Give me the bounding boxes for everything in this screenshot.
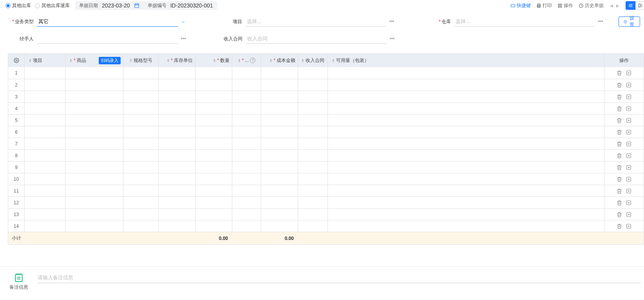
scan-entry-button[interactable]: 扫码录入 <box>99 57 121 64</box>
delete-row-icon[interactable] <box>617 211 622 217</box>
sort-icon: ▲▼ <box>69 58 72 62</box>
table-row[interactable]: 13 <box>8 208 644 220</box>
radio-other-outbound-return[interactable]: 其他出库退库 <box>35 2 70 9</box>
add-row-icon[interactable] <box>626 117 631 123</box>
table-row[interactable]: 4 <box>8 102 644 114</box>
svg-rect-12 <box>561 4 562 5</box>
remark-input[interactable] <box>38 272 641 283</box>
add-row-icon[interactable] <box>626 82 631 88</box>
delete-row-icon[interactable] <box>617 117 622 123</box>
help-icon[interactable]: ? <box>250 58 255 63</box>
header-gear[interactable] <box>8 54 25 67</box>
table-row[interactable]: 7 <box>8 138 644 149</box>
field-warehouse: *仓库 ••• <box>426 16 603 27</box>
table-row[interactable]: 12 <box>8 196 644 208</box>
table-row[interactable]: 3 <box>8 91 644 102</box>
header-avail[interactable]: ▲▼ 可用量（包装） <box>328 54 604 67</box>
row-number: 9 <box>8 162 25 173</box>
delete-row-icon[interactable] <box>617 164 622 170</box>
add-row-icon[interactable] <box>626 211 631 217</box>
row-number: 13 <box>8 209 25 220</box>
header-qty[interactable]: ▲▼ *数量 <box>195 54 232 67</box>
chevron-down-icon[interactable] <box>181 19 186 24</box>
header-unit[interactable]: ▲▼ *库存单位 <box>159 54 195 67</box>
header-star[interactable]: ▲▼ *... ? <box>232 54 261 67</box>
view-card-icon[interactable] <box>635 1 644 10</box>
handler-input[interactable] <box>37 34 178 44</box>
shortcut-button[interactable]: 快捷键 <box>510 2 531 9</box>
add-row-icon[interactable] <box>626 94 631 100</box>
sort-icon: ▲▼ <box>301 58 304 62</box>
history-button[interactable]: 历史单据 <box>579 2 604 9</box>
row-number: 7 <box>8 138 25 149</box>
add-row-icon[interactable] <box>626 105 631 111</box>
delete-row-icon[interactable] <box>617 200 622 205</box>
sort-icon: ▲▼ <box>238 58 241 62</box>
table-row[interactable]: 11 <box>8 185 644 196</box>
header-product[interactable]: ▲▼ *商品 扫码录入 <box>65 54 123 67</box>
add-row-icon[interactable] <box>626 164 631 170</box>
table-header: ▲▼ 项目 ▲▼ *商品 扫码录入 ▲▼ 规格型号 ▲▼ <box>8 54 644 67</box>
settings-button[interactable]: 设置 <box>619 16 640 27</box>
header-income[interactable]: ▲▼ 收入合同 <box>298 54 328 67</box>
field-biz-type: *业务类型 <box>9 16 186 27</box>
calendar-icon[interactable] <box>134 3 139 9</box>
delete-row-icon[interactable] <box>617 176 622 182</box>
table-row[interactable]: 14 <box>8 220 644 232</box>
view-list-icon[interactable] <box>626 1 636 10</box>
header-spec[interactable]: ▲▼ 规格型号 <box>123 54 159 67</box>
delete-row-icon[interactable] <box>617 105 622 111</box>
delete-row-icon[interactable] <box>617 223 622 229</box>
table-row[interactable]: 5 <box>8 114 644 126</box>
delete-row-icon[interactable] <box>617 129 622 135</box>
table-row[interactable]: 1 <box>8 67 644 79</box>
sort-icon: ▲▼ <box>269 58 272 62</box>
project-input[interactable] <box>245 16 386 27</box>
header-cost[interactable]: ▲▼ *成本金额 <box>261 54 298 67</box>
doc-no-label: 单据编号 <box>148 2 166 9</box>
doc-no-value: ID-20230320-001 <box>170 2 213 9</box>
prev-doc-icon[interactable]: ◀ <box>609 4 614 8</box>
doc-date-value[interactable]: 2023-03-20 <box>102 2 130 9</box>
radio-other-outbound[interactable]: 其他出库 <box>5 2 31 9</box>
row-number: 2 <box>8 79 25 91</box>
delete-row-icon[interactable] <box>617 70 622 76</box>
table-row[interactable]: 8 <box>8 149 644 161</box>
add-row-icon[interactable] <box>626 176 631 182</box>
next-doc-icon[interactable]: ▶ <box>615 4 620 8</box>
delete-row-icon[interactable] <box>617 141 622 147</box>
row-number: 1 <box>8 67 25 79</box>
income-contract-input[interactable] <box>246 34 387 44</box>
table-row[interactable]: 2 <box>8 79 644 91</box>
add-row-icon[interactable] <box>626 188 631 194</box>
delete-row-icon[interactable] <box>617 94 622 100</box>
biz-type-input[interactable] <box>37 16 178 27</box>
remark-icon-block: 备注信息 <box>8 272 30 295</box>
header-project[interactable]: ▲▼ 项目 <box>25 54 65 67</box>
nav-arrows: ◀ ▶ <box>609 4 620 8</box>
operate-button[interactable]: 操作 <box>557 2 573 9</box>
more-icon[interactable]: ••• <box>389 19 394 24</box>
warehouse-input[interactable] <box>454 16 595 27</box>
add-row-icon[interactable] <box>626 141 631 147</box>
row-number: 11 <box>8 185 25 196</box>
print-button[interactable]: 打印 <box>536 2 552 9</box>
row-number: 5 <box>8 115 25 126</box>
delete-row-icon[interactable] <box>617 188 622 194</box>
add-row-icon[interactable] <box>626 70 631 76</box>
table-row[interactable]: 6 <box>8 126 644 138</box>
sort-icon: ▲▼ <box>166 58 170 62</box>
delete-row-icon[interactable] <box>617 82 622 88</box>
more-icon[interactable]: ••• <box>598 19 603 24</box>
more-icon[interactable]: ••• <box>390 36 395 42</box>
table-row[interactable]: 9 <box>8 161 644 173</box>
radio-label: 其他出库退库 <box>42 2 70 9</box>
add-row-icon[interactable] <box>626 129 631 135</box>
more-icon[interactable]: ••• <box>181 36 186 42</box>
add-row-icon[interactable] <box>626 223 631 229</box>
table-row[interactable]: 10 <box>8 173 644 185</box>
subtotal-qty: 0.00 <box>195 232 232 244</box>
delete-row-icon[interactable] <box>617 153 622 158</box>
add-row-icon[interactable] <box>626 200 631 205</box>
add-row-icon[interactable] <box>626 153 631 158</box>
